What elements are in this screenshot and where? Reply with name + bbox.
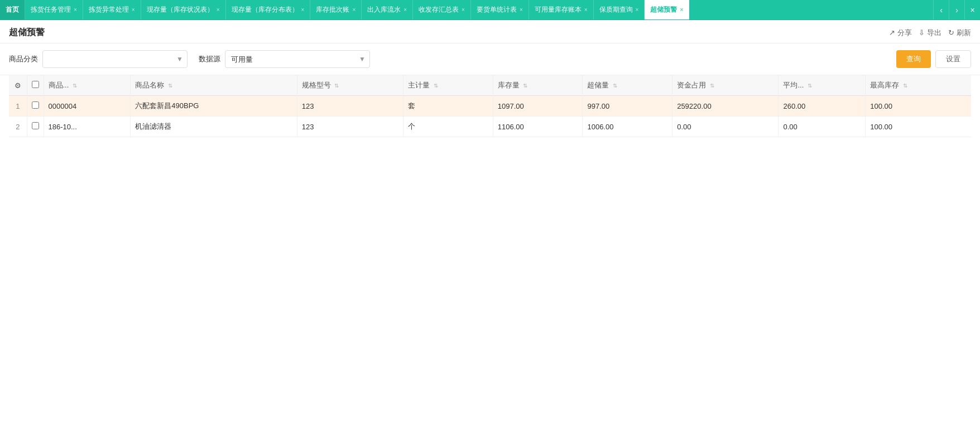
close-icon[interactable]: × [520,7,523,13]
max-stock: 100.00 [866,117,971,137]
product-name: 机油滤清器 [131,117,297,137]
nav-arrows: ‹ › × [933,0,980,20]
table-row: 2 186-10... 机油滤清器 123 个 1106.00 1006.00 … [9,117,971,137]
nav-tab-11-active[interactable]: 超储预警 × [645,0,689,20]
close-icon[interactable]: × [132,7,135,13]
stock: 1106.00 [493,117,583,137]
nav-arrow-close[interactable]: × [964,0,980,20]
nav-tab-9[interactable]: 可用量库存账本 × [529,0,594,20]
data-source-select-wrapper: 可用量 ▼ [225,50,370,68]
refresh-button[interactable]: ↻ 刷新 [948,28,971,38]
close-icon[interactable]: × [352,7,356,13]
product-code: 186-10... [44,117,131,137]
close-icon[interactable]: × [584,7,588,13]
col-max-stock[interactable]: 最高库存 ⇅ [866,75,971,96]
settings-button[interactable]: 设置 [935,50,971,68]
avg: 260.00 [779,96,866,117]
table-body: 1 0000004 六配套新昌490BPG 123 套 1097.00 997.… [9,96,971,137]
data-source-label: 数据源 [199,54,220,64]
query-button[interactable]: 查询 [896,50,931,68]
sort-icon: ⇅ [334,83,339,89]
sort-icon: ⇅ [523,83,527,89]
close-icon[interactable]: × [462,7,465,13]
refresh-icon: ↻ [948,28,954,37]
nav-arrow-right[interactable]: › [949,0,964,20]
close-icon[interactable]: × [680,7,683,13]
close-icon[interactable]: × [636,7,639,13]
sort-icon: ⇅ [613,83,617,89]
data-table: ⚙ 商品... ⇅ 商品名称 ⇅ 规格型号 ⇅ [9,75,971,137]
page-header: 超储预警 ↗ 分享 ⇩ 导出 ↻ 刷新 [0,20,980,43]
capital: 0.00 [672,117,779,137]
max-stock: 100.00 [866,96,971,117]
sort-icon: ⇅ [903,83,907,89]
share-button[interactable]: ↗ 分享 [889,28,912,38]
col-gear: ⚙ [9,75,27,96]
nav-tab-10[interactable]: 保质期查询 × [594,0,645,20]
col-product-code[interactable]: 商品... ⇅ [44,75,131,96]
filter-bar: 商品分类 ▼ 数据源 可用量 ▼ 查询 设置 [0,43,980,75]
row-checkbox[interactable] [32,101,39,109]
table-wrapper: ⚙ 商品... ⇅ 商品名称 ⇅ 规格型号 ⇅ [0,75,980,137]
sort-icon: ⇅ [808,83,812,89]
row-checkbox-cell [27,117,44,137]
excess: 997.00 [583,96,672,117]
row-index: 1 [9,96,27,117]
col-spec[interactable]: 规格型号 ⇅ [297,75,403,96]
row-checkbox-cell [27,96,44,117]
nav-tab-6[interactable]: 出入库流水 × [362,0,413,20]
sort-icon: ⇅ [434,83,438,89]
product-category-select-wrapper: ▼ [42,50,188,68]
data-source-filter: 数据源 可用量 ▼ [199,50,370,68]
page-title: 超储预警 [9,27,45,38]
capital: 259220.00 [672,96,779,117]
nav-tab-2[interactable]: 拣货异常处理 × [83,0,141,20]
page-content: 超储预警 ↗ 分享 ⇩ 导出 ↻ 刷新 商品分类 ▼ [0,20,980,446]
sort-icon: ⇅ [168,83,172,89]
table-header-row: ⚙ 商品... ⇅ 商品名称 ⇅ 规格型号 ⇅ [9,75,971,96]
data-source-select[interactable]: 可用量 [225,50,370,68]
sort-icon: ⇅ [710,83,714,89]
select-all-checkbox[interactable] [32,81,39,88]
close-icon[interactable]: × [301,7,305,13]
spec: 123 [297,117,403,137]
nav-tab-home[interactable]: 首页 [0,0,25,20]
close-icon[interactable]: × [74,7,77,13]
col-excess[interactable]: 超储量 ⇅ [583,75,672,96]
nav-arrow-left[interactable]: ‹ [933,0,949,20]
nav-tab-7[interactable]: 收发存汇总表 × [413,0,471,20]
nav-tab-8[interactable]: 要货单统计表 × [471,0,529,20]
nav-tab-5[interactable]: 库存批次账 × [310,0,362,20]
share-icon: ↗ [889,28,895,37]
nav-tab-4[interactable]: 现存量（库存分布表） × [226,0,311,20]
product-category-select[interactable] [42,50,188,68]
avg: 0.00 [779,117,866,137]
unit: 个 [403,117,493,137]
top-navigation: 首页 拣货任务管理 × 拣货异常处理 × 现存量（库存状况表） × 现存量（库存… [0,0,980,20]
excess: 1006.00 [583,117,672,137]
col-unit[interactable]: 主计量 ⇅ [403,75,493,96]
header-actions: ↗ 分享 ⇩ 导出 ↻ 刷新 [889,28,971,38]
col-stock[interactable]: 库存量 ⇅ [493,75,583,96]
col-capital[interactable]: 资金占用 ⇅ [672,75,779,96]
export-button[interactable]: ⇩ 导出 [919,28,941,38]
product-category-label: 商品分类 [9,54,38,64]
spec: 123 [297,96,403,117]
col-product-name[interactable]: 商品名称 ⇅ [131,75,297,96]
nav-tab-3[interactable]: 现存量（库存状况表） × [141,0,226,20]
stock: 1097.00 [493,96,583,117]
col-avg[interactable]: 平均... ⇅ [779,75,866,96]
close-icon[interactable]: × [217,7,220,13]
gear-icon[interactable]: ⚙ [15,81,21,90]
filter-actions: 查询 设置 [896,50,971,68]
nav-tab-1[interactable]: 拣货任务管理 × [25,0,83,20]
row-checkbox[interactable] [32,122,39,129]
close-icon[interactable]: × [403,7,407,13]
product-category-filter: 商品分类 ▼ [9,50,188,68]
product-name: 六配套新昌490BPG [131,96,297,117]
row-index: 2 [9,117,27,137]
col-select-all [27,75,44,96]
table-row: 1 0000004 六配套新昌490BPG 123 套 1097.00 997.… [9,96,971,117]
export-icon: ⇩ [919,28,925,37]
product-code: 0000004 [44,96,131,117]
